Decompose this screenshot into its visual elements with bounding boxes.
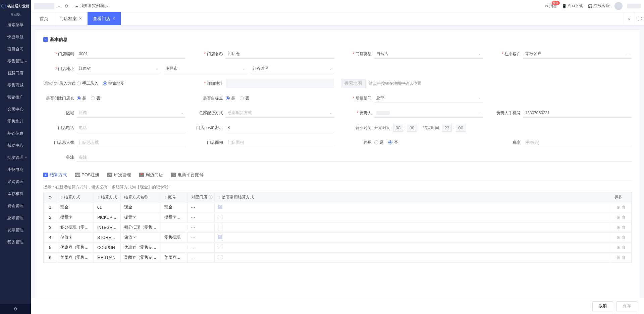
checkbox[interactable] <box>218 215 222 219</box>
subtab-3[interactable]: 📍周边门店 <box>139 172 163 178</box>
add-icon[interactable]: ⊕ <box>616 255 620 260</box>
tabs-close-icon[interactable]: ✕ <box>624 12 633 25</box>
sidebar-item-10[interactable]: 帮助中心 <box>0 139 31 151</box>
add-icon[interactable]: ⊕ <box>616 245 620 250</box>
search-map-button[interactable]: 搜索地图 <box>341 79 366 88</box>
table-row[interactable]: 5优惠券（零售专…COUPON优惠券（零售专用）- -⊕🗑 <box>44 243 631 253</box>
tab-0[interactable]: 首页 <box>34 12 54 25</box>
table-row[interactable]: 4储值卡STORED…储值卡零售抵现- -⊕🗑 <box>44 233 631 243</box>
app-download-link[interactable]: 📱 App下载 <box>562 3 583 9</box>
start-min-input[interactable] <box>407 124 417 132</box>
sidebar-item-13[interactable]: 采购管理 <box>0 176 31 188</box>
subtab-0[interactable]: ≡结算方式 <box>43 172 67 178</box>
add-icon[interactable]: ⊕ <box>616 225 620 230</box>
fullscreen-icon[interactable]: ⛶ <box>635 12 644 25</box>
store-phone-input[interactable] <box>77 123 185 132</box>
checkbox[interactable] <box>218 245 222 249</box>
remark-input[interactable] <box>77 152 632 162</box>
col-account[interactable]: ▲▼账号 <box>161 192 188 202</box>
col-store[interactable]: 对应门店 ⓘ <box>188 192 215 202</box>
addr-detail-input[interactable] <box>226 79 334 88</box>
subtab-1[interactable]: ⌨POS注册 <box>75 172 99 178</box>
close-icon[interactable]: ✕ <box>112 16 115 21</box>
checkbox[interactable] <box>218 255 222 259</box>
addr-mode-manual-radio[interactable]: 手工录入 <box>77 81 98 86</box>
disabled-yes-radio[interactable]: 是 <box>374 140 384 145</box>
delete-icon[interactable]: 🗑 <box>622 235 626 240</box>
province-select[interactable]: 江西省⌄ <box>77 64 160 73</box>
sidebar-item-4[interactable]: 智慧门店 <box>0 67 31 79</box>
sidebar-item-18[interactable]: 税务管理 <box>0 236 31 248</box>
sidebar-item-7[interactable]: 会员中心 <box>0 103 31 115</box>
sidebar-settings[interactable]: ⚙ <box>0 304 31 314</box>
add-icon[interactable]: ⊕ <box>616 235 620 240</box>
dept-select[interactable]: 总部⌄ <box>374 93 483 103</box>
tab-1[interactable]: 门店档案✕ <box>54 12 88 25</box>
add-icon[interactable]: ⊕ <box>616 205 620 210</box>
avatar[interactable] <box>614 2 623 10</box>
tab-2[interactable]: 查看门店✕ <box>88 12 121 25</box>
end-hour-input[interactable] <box>442 124 452 132</box>
sidebar-item-2[interactable]: 项目合同 <box>0 43 31 55</box>
region-select[interactable]: 区域⌄ <box>77 108 185 118</box>
area-input[interactable] <box>226 138 334 147</box>
table-row[interactable]: 6美团券（零售专…MEITUAN美团券（零售专用）美团券账号- -⊕🗑 <box>44 253 631 263</box>
tax-input[interactable] <box>523 138 632 147</box>
disabled-no-radio[interactable]: 否 <box>388 140 398 145</box>
sidebar-item-12[interactable]: 小畅电商 <box>0 164 31 176</box>
demo-link[interactable]: ☁ 我要看实例演示 <box>74 3 108 9</box>
col-code[interactable]: ▲▼结算方式… <box>94 192 121 202</box>
create-wh-no-radio[interactable]: 否 <box>91 96 100 101</box>
delete-icon[interactable]: 🗑 <box>622 215 626 220</box>
save-button[interactable]: 保存 <box>616 301 637 311</box>
sidebar-item-16[interactable]: 总账管理 <box>0 212 31 224</box>
delete-icon[interactable]: 🗑 <box>622 205 626 210</box>
self-pickup-yes-radio[interactable]: 是 <box>226 96 235 101</box>
sidebar-item-3[interactable]: 零售管理▲ <box>0 55 31 67</box>
sidebar-item-6[interactable]: 营销推广 <box>0 91 31 103</box>
sidebar-item-1[interactable]: 快捷导航 <box>0 31 31 43</box>
table-row[interactable]: 1现金01现金现金- -⊕🗑 <box>44 202 631 212</box>
self-pickup-no-radio[interactable]: 否 <box>240 96 249 101</box>
delete-icon[interactable]: 🗑 <box>622 225 626 230</box>
cancel-button[interactable]: 取消 <box>592 301 613 311</box>
subtab-2[interactable]: ◷班次管理 <box>107 172 131 178</box>
store-type-select[interactable]: 自营店⌄ <box>374 49 483 59</box>
manager-select[interactable]: ⋯ <box>374 108 483 118</box>
start-hour-input[interactable] <box>393 124 403 132</box>
col-method[interactable]: ▲▼结算方式 <box>57 192 94 202</box>
sidebar-item-0[interactable]: 搜索菜单 <box>0 19 31 31</box>
col-name[interactable]: 结算方式名称 <box>121 192 161 202</box>
addr-mode-map-radio[interactable]: 搜索地图 <box>103 81 124 86</box>
account-selector[interactable] <box>34 3 54 9</box>
city-select[interactable]: 南昌市⌄ <box>164 64 247 73</box>
end-min-input[interactable] <box>456 124 466 132</box>
store-name-input[interactable] <box>226 49 334 59</box>
sidebar-item-5[interactable]: 零售商城 <box>0 79 31 91</box>
chevron-down-icon[interactable]: ⌄ <box>56 3 62 9</box>
delete-icon[interactable]: 🗑 <box>622 255 626 260</box>
table-row[interactable]: 3积分抵现（零售…INTEGRA…积分抵现（零售专…- -⊕🗑 <box>44 223 631 233</box>
manager-phone-input[interactable] <box>523 108 632 118</box>
sidebar-item-8[interactable]: 零售统计 <box>0 115 31 127</box>
dispatch-select[interactable]: 总部配货方式⌄ <box>226 108 334 118</box>
sidebar-item-11[interactable]: 批发管理▼ <box>0 151 31 164</box>
close-icon[interactable]: ✕ <box>79 16 82 21</box>
district-select[interactable]: 红谷滩区⌄ <box>251 64 334 73</box>
store-code-input[interactable] <box>77 49 185 59</box>
sidebar-item-9[interactable]: 基础信息 <box>0 127 31 139</box>
table-gear-icon[interactable]: ⚙ <box>44 192 57 202</box>
pos-key-input[interactable] <box>226 123 334 132</box>
messages-link[interactable]: ✉ 消息 99+ <box>545 3 557 9</box>
username[interactable] <box>627 4 641 8</box>
customer-service-link[interactable]: 🎧 在线客服 <box>588 3 610 9</box>
checkbox[interactable] <box>218 225 222 229</box>
gear-icon[interactable]: ⚙ <box>64 3 69 9</box>
sidebar-item-14[interactable]: 库存核算 <box>0 188 31 200</box>
sidebar-item-17[interactable]: 发票管理 <box>0 224 31 236</box>
customer-select[interactable]: 零散客户⋯ <box>523 49 632 59</box>
subtab-4[interactable]: A电商平台账号 <box>171 172 204 178</box>
create-wh-yes-radio[interactable]: 是 <box>77 96 86 101</box>
help-icon[interactable]: ⓘ <box>209 194 213 200</box>
table-row[interactable]: 2提货卡PICKUPC…提货卡提货卡（…- -⊕🗑 <box>44 212 631 223</box>
